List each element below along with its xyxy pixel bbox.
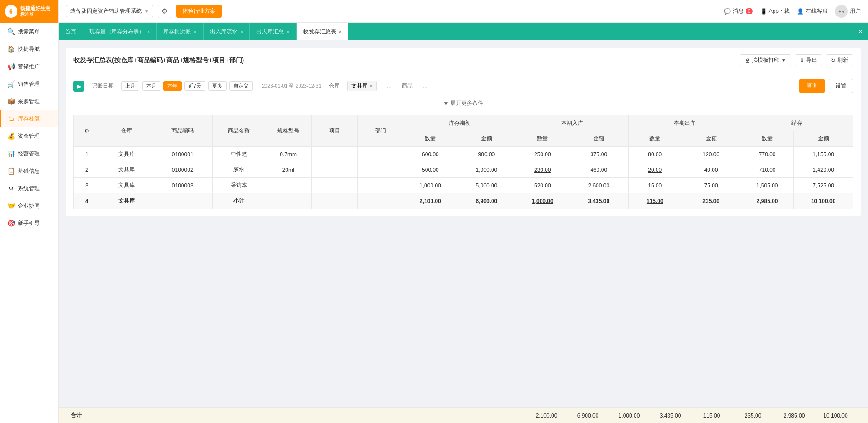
cell-code: 0100001 bbox=[153, 147, 212, 162]
sidebar-item-search[interactable]: 🔍 搜索菜单 bbox=[0, 23, 58, 40]
marketing-icon: 📢 bbox=[7, 62, 15, 71]
date-btn-prev-month[interactable]: 上月 bbox=[121, 81, 139, 91]
sidebar-item-finance[interactable]: 💰 资金管理 bbox=[0, 127, 58, 145]
tab-stock-dist[interactable]: 现存量（库存分布表） × bbox=[83, 23, 157, 40]
cell-dept bbox=[358, 147, 404, 162]
cell-spec bbox=[265, 178, 311, 193]
online-service-button[interactable]: 👤 在线客服 bbox=[797, 7, 828, 15]
th-out-qty: 数量 bbox=[629, 131, 681, 147]
topbar: 装备及固定资产辅助管理系统 ▼ ⚙ 体验行业方案 💬 消息 6 📱 App下载 … bbox=[59, 0, 868, 23]
filter-toggle-button[interactable]: ▶ bbox=[73, 81, 84, 92]
search-button[interactable]: 查询 bbox=[799, 79, 825, 93]
system-icon: ⚙ bbox=[7, 184, 15, 192]
sidebar-item-sales[interactable]: 🛒 销售管理 bbox=[0, 75, 58, 93]
date-btn-more[interactable]: 更多 bbox=[208, 81, 227, 91]
th-dept: 部门 bbox=[358, 115, 404, 147]
topbar-left: 装备及固定资产辅助管理系统 ▼ ⚙ 体验行业方案 bbox=[66, 5, 222, 18]
cell-name: 中性笔 bbox=[212, 147, 265, 162]
selector-arrow-icon: ▼ bbox=[144, 9, 149, 14]
sidebar-item-marketing[interactable]: 📢 营销推广 bbox=[0, 58, 58, 75]
cell-spec bbox=[265, 193, 311, 209]
cell-project bbox=[311, 178, 358, 193]
warehouse-tag-close[interactable]: × bbox=[370, 83, 373, 89]
cell-closing-qty: 2,985.00 bbox=[741, 193, 794, 209]
tab-in-out-flow[interactable]: 出入库流水 × bbox=[204, 23, 250, 40]
th-in-amt: 金额 bbox=[569, 131, 629, 147]
finance-icon: 💰 bbox=[7, 132, 15, 140]
cell-project bbox=[311, 162, 358, 178]
user-menu-button[interactable]: Ea 用户 bbox=[835, 5, 861, 18]
date-label: 记账日期 bbox=[92, 82, 114, 90]
date-btn-7days[interactable]: 近7天 bbox=[184, 81, 205, 91]
cell-code: 0100002 bbox=[153, 162, 212, 178]
experience-button[interactable]: 体验行业方案 bbox=[176, 5, 222, 18]
sidebar-item-quick-nav[interactable]: 🏠 快捷导航 bbox=[0, 40, 58, 58]
data-table: ⚙ 仓库 商品编码 商品名称 规格型号 项目 部门 库存期初 本期入库 本期出库… bbox=[73, 115, 853, 209]
sidebar-item-beginner[interactable]: 🎯 新手引导 bbox=[0, 214, 58, 232]
th-closing-group: 结存 bbox=[741, 115, 853, 131]
sidebar-item-system[interactable]: ⚙ 系统管理 bbox=[0, 180, 58, 197]
date-range-display: 2023-01-01 至 2023-12-31 bbox=[262, 82, 321, 89]
cell-no: 4 bbox=[74, 193, 100, 209]
th-opening-amt: 金额 bbox=[457, 131, 516, 147]
date-btn-custom[interactable]: 自定义 bbox=[229, 81, 253, 91]
tab-close-stock-dist[interactable]: × bbox=[147, 29, 150, 34]
cell-out-qty[interactable]: 80.00 bbox=[629, 147, 681, 162]
cell-out-amt: 120.00 bbox=[681, 147, 741, 162]
tab-close-in-out-flow[interactable]: × bbox=[240, 29, 243, 34]
filter-right-actions: 查询 设置 bbox=[799, 79, 853, 93]
goods-more-button[interactable]: ... bbox=[420, 82, 430, 90]
cell-in-qty[interactable]: 1,000.00 bbox=[516, 193, 569, 209]
warehouse-more-button[interactable]: ... bbox=[384, 82, 394, 90]
sidebar-item-basic-info[interactable]: 📋 基础信息 bbox=[0, 162, 58, 180]
cell-out-qty[interactable]: 15.00 bbox=[629, 178, 681, 193]
sidebar-item-purchase[interactable]: 📦 采购管理 bbox=[0, 93, 58, 110]
filter-settings-button[interactable]: 设置 bbox=[829, 79, 853, 93]
messages-button[interactable]: 💬 消息 6 bbox=[724, 7, 753, 15]
system-selector[interactable]: 装备及固定资产辅助管理系统 ▼ bbox=[66, 5, 153, 17]
date-btn-cur-year[interactable]: 本年 bbox=[163, 81, 182, 91]
cell-out-qty[interactable]: 115.00 bbox=[629, 193, 681, 209]
cell-warehouse: 文具库 bbox=[100, 178, 153, 193]
cell-in-qty[interactable]: 250.00 bbox=[516, 147, 569, 162]
tab-home[interactable]: 首页 bbox=[59, 23, 83, 40]
th-settings[interactable]: ⚙ bbox=[74, 115, 100, 147]
cell-opening-amt: 6,900.00 bbox=[457, 193, 516, 209]
th-in-qty: 数量 bbox=[516, 131, 569, 147]
purchase-icon: 📦 bbox=[7, 97, 15, 105]
expand-conditions-button[interactable]: ▼ 展开更多条件 bbox=[73, 98, 853, 109]
cell-opening-qty: 1,000.00 bbox=[404, 178, 457, 193]
cell-in-qty[interactable]: 230.00 bbox=[516, 162, 569, 178]
cell-opening-amt: 1,000.00 bbox=[457, 162, 516, 178]
tab-receipt-summary[interactable]: 收发存汇总表 × bbox=[297, 23, 348, 40]
print-button[interactable]: 🖨 按模板打印 ▼ bbox=[740, 54, 791, 66]
cell-project bbox=[311, 193, 358, 209]
app-download-button[interactable]: 📱 App下载 bbox=[760, 7, 790, 15]
sidebar-item-enterprise[interactable]: 🤝 企业协同 bbox=[0, 197, 58, 214]
messages-badge: 6 bbox=[746, 8, 753, 14]
footer-out-amt: 235.00 bbox=[732, 412, 774, 419]
table-container: ⚙ 仓库 商品编码 商品名称 规格型号 项目 部门 库存期初 本期入库 本期出库… bbox=[66, 115, 861, 216]
date-btn-cur-month[interactable]: 本月 bbox=[142, 81, 160, 91]
filter-row-1: ▶ 记账日期 上月 本月 本年 近7天 更多 自定义 2023-01-01 至 … bbox=[73, 79, 853, 93]
tab-batch-ledger[interactable]: 库存批次账 × bbox=[157, 23, 203, 40]
cell-out-qty[interactable]: 20.00 bbox=[629, 162, 681, 178]
sidebar-item-operations[interactable]: 📊 经营管理 bbox=[0, 145, 58, 162]
cell-dept bbox=[358, 193, 404, 209]
message-icon: 💬 bbox=[724, 8, 731, 15]
tab-close-receipt-summary[interactable]: × bbox=[339, 29, 342, 34]
cell-in-qty[interactable]: 520.00 bbox=[516, 178, 569, 193]
system-name-label: 装备及固定资产辅助管理系统 bbox=[70, 7, 142, 15]
topbar-settings-button[interactable]: ⚙ bbox=[158, 5, 171, 18]
tab-close-in-out-summary[interactable]: × bbox=[287, 29, 289, 34]
print-dropdown-icon: ▼ bbox=[781, 58, 786, 63]
download-icon: 📱 bbox=[760, 8, 767, 15]
table-settings-icon[interactable]: ⚙ bbox=[84, 128, 89, 134]
tab-in-out-summary[interactable]: 出入库汇总 × bbox=[250, 23, 296, 40]
sidebar-item-inventory[interactable]: 🗂 库存核算 bbox=[0, 110, 58, 127]
refresh-button[interactable]: ↻ 刷新 bbox=[826, 54, 853, 66]
export-button[interactable]: ⬇ 导出 bbox=[795, 54, 822, 66]
cell-no: 2 bbox=[74, 162, 100, 178]
tab-close-batch-ledger[interactable]: × bbox=[194, 29, 196, 34]
close-all-tabs-button[interactable]: × bbox=[853, 23, 868, 40]
